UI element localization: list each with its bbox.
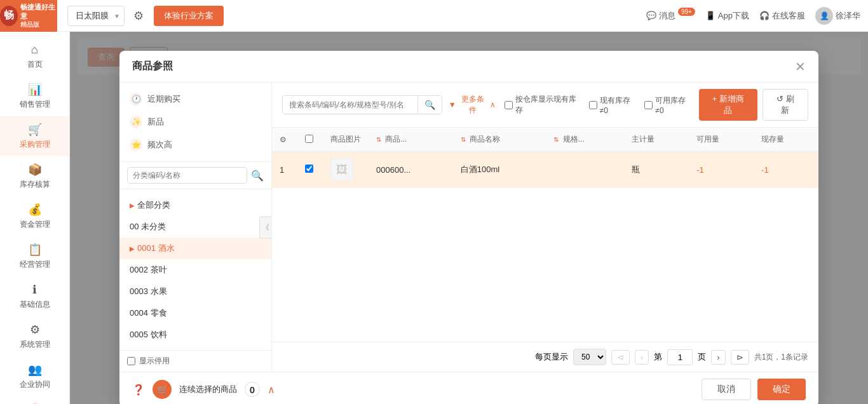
online-service-item[interactable]: 🎧 在线客服 xyxy=(759,10,805,22)
frequent-icon: ⭐ xyxy=(130,138,142,151)
table-body: 1 🖼 000600... 白酒100ml 瓶 xyxy=(272,152,818,188)
next-page-button[interactable]: › xyxy=(711,350,725,365)
th-spec[interactable]: 规格... xyxy=(546,128,624,152)
category-search-icon[interactable]: 🔍 xyxy=(251,170,264,182)
th-settings[interactable]: ⚙ xyxy=(272,128,297,152)
products-table: ⚙ 商品图片 商品... xyxy=(272,128,818,188)
home-icon: ⌂ xyxy=(31,43,38,57)
td-checkbox[interactable] xyxy=(297,152,323,188)
store-selector[interactable]: 日太阳膜 xyxy=(67,6,125,26)
category-tree: ▶ 全部分类 00 未分类 ▶ 0001 酒水 0002 茶 xyxy=(119,189,271,350)
prev-page-button[interactable]: ‹ xyxy=(635,350,649,365)
category-all[interactable]: ▶ 全部分类 xyxy=(119,194,271,216)
system-icon: ⚙ xyxy=(30,323,40,337)
show-disabled-checkbox[interactable] xyxy=(127,357,135,365)
row-checkbox[interactable] xyxy=(305,165,313,173)
cart-icon[interactable]: 🛒 xyxy=(153,380,172,399)
usable-ne0-checkbox-label[interactable]: 可用库存≠0 xyxy=(644,95,693,115)
category-alcohol[interactable]: ▶ 0001 酒水 xyxy=(119,238,271,259)
th-product-code[interactable]: 商品... xyxy=(369,128,453,152)
sidebar-item-system[interactable]: ⚙ 系统管理 xyxy=(0,316,69,356)
product-search-input[interactable] xyxy=(283,97,417,113)
page-number-input[interactable] xyxy=(667,349,693,365)
filter-checkboxes: 按仓库显示现有库存 现有库存≠0 可用库存≠0 xyxy=(505,94,693,116)
modal-title: 商品参照 xyxy=(132,60,173,73)
td-product-name: 白酒100ml xyxy=(453,152,546,188)
filter-bar: 🔍 ▼ 更多条件 ∧ 按仓库显示现有库存 xyxy=(272,83,818,128)
warehouse-display-checkbox-label[interactable]: 按仓库显示现有库存 xyxy=(505,94,581,116)
category-search-area: 🔍 xyxy=(119,162,271,189)
product-search-button[interactable]: 🔍 xyxy=(417,96,442,114)
table-container: ⚙ 商品图片 商品... xyxy=(272,128,818,342)
warehouse-display-checkbox[interactable] xyxy=(505,101,513,109)
available-ne0-checkbox[interactable] xyxy=(589,101,597,109)
tab-recent-purchase[interactable]: 🕐 近期购买 xyxy=(119,88,271,111)
category-drinks[interactable]: 0005 饮料 xyxy=(119,324,271,346)
cart-count: 0 xyxy=(245,382,260,397)
sidebar-item-sales[interactable]: 📊 销售管理 xyxy=(0,76,69,116)
message-item[interactable]: 💬 消息 99+ xyxy=(646,10,695,22)
table-row[interactable]: 1 🖼 000600... 白酒100ml 瓶 xyxy=(272,152,818,188)
first-page-button[interactable]: ⊲ xyxy=(611,350,630,365)
sidebar-item-enterprise[interactable]: 👥 企业协同 xyxy=(0,356,69,396)
available-ne0-checkbox-label[interactable]: 现有库存≠0 xyxy=(589,95,637,115)
sidebar-item-home[interactable]: ⌂ 首页 xyxy=(0,37,69,76)
management-icon: 📋 xyxy=(28,243,42,257)
collapse-panel-button[interactable]: 《 xyxy=(259,216,272,238)
trial-btn[interactable]: 体验行业方案 xyxy=(154,6,224,26)
sidebar-item-basic-info[interactable]: ℹ 基础信息 xyxy=(0,276,69,316)
category-uncategorized[interactable]: 00 未分类 xyxy=(119,216,271,238)
modal-header: 商品参照 ✕ xyxy=(119,51,818,83)
logo-icon: 畅 xyxy=(0,6,18,26)
app-brand: 畅捷通好生意 精品版 xyxy=(20,3,57,29)
total-info: 共1页，1条记录 xyxy=(754,352,808,363)
help-icon[interactable]: ❓ xyxy=(132,384,145,396)
tab-new-product[interactable]: ✨ 新品 xyxy=(119,111,271,133)
app-logo: 畅 畅捷通好生意 精品版 xyxy=(0,0,57,32)
usable-ne0-checkbox[interactable] xyxy=(644,101,653,109)
mobile-icon: 📱 xyxy=(705,11,715,20)
expand-icon: ▶ xyxy=(130,202,135,209)
modal-left-panel: 🕐 近期购买 ✨ 新品 ⭐ 频次高 xyxy=(119,83,272,372)
modal-left-footer: 显示停用 xyxy=(119,350,271,372)
more-conditions-button[interactable]: ▼ 更多条件 ∧ xyxy=(449,94,496,116)
refresh-button[interactable]: ↺ 刷新 xyxy=(763,89,808,121)
category-search-input[interactable] xyxy=(127,167,247,184)
page-size-select[interactable]: 50 xyxy=(573,349,606,365)
app-download-item[interactable]: 📱 App下载 xyxy=(705,10,749,22)
category-water[interactable]: 0008 水 xyxy=(119,346,271,350)
sidebar-item-guide[interactable]: 🎯 新手引导 xyxy=(0,396,69,404)
category-tea[interactable]: 0002 茶叶 xyxy=(119,259,271,281)
sidebar-item-management[interactable]: 📋 经营管理 xyxy=(0,236,69,276)
th-product-name[interactable]: 商品名称 xyxy=(453,128,546,152)
sidebar: ⌂ 首页 📊 销售管理 🛒 采购管理 📦 库存核算 💰 资金管理 📋 经营管理 … xyxy=(0,32,70,404)
td-stock: -1 xyxy=(754,152,818,188)
tab-frequent[interactable]: ⭐ 频次高 xyxy=(119,133,271,156)
sidebar-item-inventory[interactable]: 📦 库存核算 xyxy=(0,156,69,196)
expand-icon-alcohol: ▶ xyxy=(130,245,135,252)
headset-icon: 🎧 xyxy=(759,11,770,20)
recent-icon: 🕐 xyxy=(130,93,142,105)
user-item[interactable]: 👤 徐泽华 xyxy=(815,7,860,25)
sidebar-item-finance[interactable]: 💰 资金管理 xyxy=(0,196,69,236)
th-stock: 现存量 xyxy=(754,128,818,152)
category-fruit[interactable]: 0003 水果 xyxy=(119,281,271,302)
cancel-button[interactable]: 取消 xyxy=(702,379,751,400)
main-layout: ⌂ 首页 📊 销售管理 🛒 采购管理 📦 库存核算 💰 资金管理 📋 经营管理 … xyxy=(0,32,868,404)
th-image: 商品图片 xyxy=(323,128,369,152)
category-snacks[interactable]: 0004 零食 xyxy=(119,302,271,324)
message-icon: 💬 xyxy=(646,11,656,20)
settings-icon[interactable]: ⚙ xyxy=(131,6,146,25)
modal-body: 🕐 近期购买 ✨ 新品 ⭐ 频次高 xyxy=(119,83,818,372)
filter-actions: + 新增商品 ↺ 刷新 xyxy=(699,89,808,121)
collapse-cart-button[interactable]: ∧ xyxy=(268,384,275,396)
filter-icon: ▼ xyxy=(449,100,456,109)
th-checkbox[interactable] xyxy=(297,128,323,152)
cart-label: 连续选择的商品 xyxy=(179,384,237,395)
add-product-button[interactable]: + 新增商品 xyxy=(699,89,757,121)
last-page-button[interactable]: ⊳ xyxy=(731,350,749,365)
confirm-button[interactable]: 确定 xyxy=(757,379,806,400)
modal-close-button[interactable]: ✕ xyxy=(795,60,806,73)
select-all-checkbox[interactable] xyxy=(305,135,313,143)
sidebar-item-purchase[interactable]: 🛒 采购管理 xyxy=(0,116,69,156)
